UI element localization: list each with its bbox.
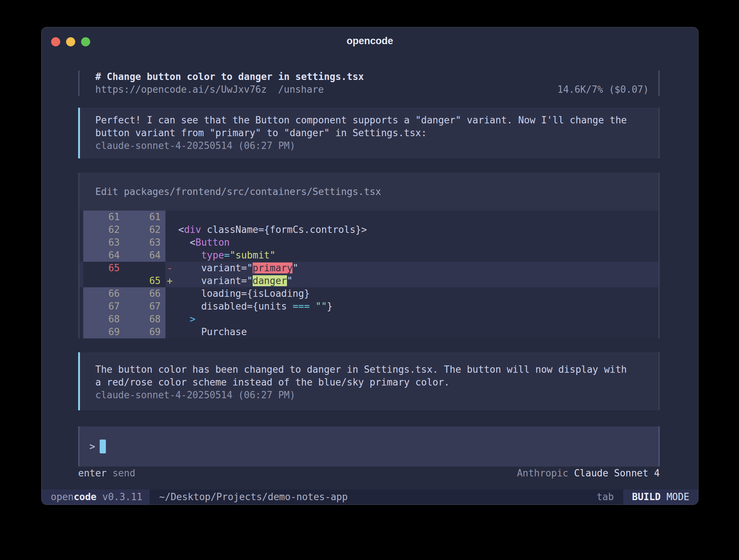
app-name-normal: open [51,491,74,502]
diff-row: 6666 loading={isLoading} [80,287,658,300]
prompt-chevron-icon: > [89,441,95,452]
code-token [167,314,190,325]
message-text-line: a red/rose color scheme instead of the b… [95,376,651,389]
model-label [568,468,574,479]
send-action-label: send [112,468,135,479]
app-version-chip: opencodev0.3.11 [42,490,150,505]
diff-row: 6161 [80,211,658,223]
code-token: - [167,262,173,273]
diff-gutter: 6464 [83,249,165,262]
edit-tool-panel: Edit packages/frontend/src/containers/Se… [78,173,660,338]
prompt-input[interactable]: > [78,426,660,467]
code-token: disabled={units [167,301,292,312]
text-cursor [100,440,106,453]
diff-row: 6262 <div className={formCs.controls}> [80,223,658,236]
share-url[interactable]: https://opencode.ai/s/UwJxv76z [95,84,267,95]
share-line: https://opencode.ai/s/UwJxv76z/unshare [95,83,324,96]
message-text-line: Perfect! I can see that the Button compo… [95,114,651,127]
code-token: variant=" [173,275,253,286]
diff-code-line: <Button [165,236,230,249]
code-token: div [184,224,201,235]
diff-row: 6868 > [80,313,658,326]
working-directory: ~/Desktop/Projects/demo-notes-app [159,490,348,505]
old-line-number: 69 [83,326,120,338]
edit-tool-title: Edit packages/frontend/src/containers/Se… [80,173,658,211]
enter-key-hint: enter [78,468,107,479]
send-hint: enter send [78,467,135,480]
diff-gutter: 6161 [83,211,165,223]
assistant-message: The button color has been changed to dan… [78,352,660,410]
code-token: Button [195,237,230,248]
new-line-number: 61 [120,211,161,223]
code-token: className={formCs.controls}> [201,224,367,235]
code-token: Purchase [167,326,247,337]
status-bar-right: tab BUILDMODE [597,490,698,505]
code-token: "" [315,301,327,312]
old-line-number [83,275,120,287]
mode-word: MODE [666,491,689,502]
diff-code-line: loading={isLoading} [165,287,310,300]
old-line-number: 68 [83,313,120,326]
new-line-number: 64 [120,249,161,262]
diff-code-line: + variant="danger" [165,275,292,287]
status-bar: opencodev0.3.11 ~/Desktop/Projects/demo-… [42,490,698,505]
opencode-window: opencode # Change button color to danger… [41,27,698,505]
message-model-timestamp: claude-sonnet-4-20250514 (06:27 PM) [95,139,651,152]
session-title: # Change button color to danger in setti… [95,70,364,83]
code-token: variant=" [173,262,253,273]
new-line-number [120,262,161,275]
diff-code-line: - variant="primary" [165,262,298,275]
unshare-command[interactable]: /unshare [278,84,324,95]
new-line-number: 68 [120,313,161,326]
new-line-number: 66 [120,287,161,300]
diff-row: 6767 disabled={units === ""} [80,300,658,313]
diff-gutter: 6666 [83,287,165,300]
app-version: v0.3.11 [102,491,142,502]
code-token: < [167,224,184,235]
new-line-number: 65 [120,275,161,287]
diff-gutter: 6363 [83,236,165,249]
code-token: } [327,301,333,312]
diff-row: 6969 Purchase [80,326,658,338]
new-line-number: 62 [120,223,161,236]
diff-code-line: Purchase [165,326,247,338]
diff-gutter: 65 [83,275,165,287]
diff-gutter: 6969 [83,326,165,338]
message-text-line: button variant from "primary" to "danger… [95,127,651,139]
code-token: = [224,250,230,261]
session-header: # Change button color to danger in setti… [78,70,660,96]
hint-row: enter send Anthropic Claude Sonnet 4 [78,467,660,480]
diff-row: 65+ variant="danger" [80,275,658,287]
code-token: > [190,314,196,325]
diff-code-line: <div className={formCs.controls}> [165,223,367,236]
app-name-bold: code [74,491,97,502]
window-title: opencode [42,35,698,47]
diff-gutter: 6868 [83,313,165,326]
code-token: + [167,275,173,286]
new-line-number: 67 [120,300,161,313]
diff-gutter: 6767 [83,300,165,313]
diff-row: 65- variant="primary" [80,262,658,275]
diff-code-line: disabled={units === ""} [165,300,333,313]
message-text-line: The button color has been changed to dan… [95,363,651,376]
provider-label: Anthropic [517,468,568,479]
message-body: Perfect! I can see that the Button compo… [95,114,651,139]
status-bar-left: opencodev0.3.11 ~/Desktop/Projects/demo-… [42,490,348,505]
desktop-background: opencode # Change button color to danger… [0,0,739,560]
diff-gutter: 6262 [83,223,165,236]
code-token: < [167,237,195,248]
model-label: Claude Sonnet 4 [574,468,660,479]
old-line-number: 66 [83,287,120,300]
old-line-number: 61 [83,211,120,223]
code-token: " [287,275,293,286]
diff-code-line [165,211,167,223]
tab-key-hint: tab [597,490,614,505]
new-line-number: 69 [120,326,161,338]
mode-name: BUILD [632,491,660,502]
window-titlebar[interactable]: opencode [42,27,698,54]
mode-chip[interactable]: BUILDMODE [623,490,698,505]
code-token: primary [253,262,293,273]
message-model-timestamp: claude-sonnet-4-20250514 (06:27 PM) [95,389,651,402]
token-usage-cost: 14.6K/7% ($0.07) [558,83,649,96]
diff-code-line: type="submit" [165,249,275,262]
